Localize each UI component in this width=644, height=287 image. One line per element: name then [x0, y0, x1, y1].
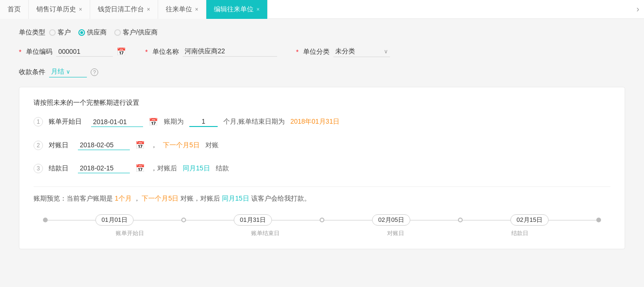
- row-label-3: 结款日: [49, 164, 68, 173]
- row3-suffix-before: ，对账后: [151, 164, 177, 173]
- payment-terms-field: 收款条件 月结 ∨ ?: [19, 67, 98, 77]
- tl-badge-2: 02月05日: [372, 214, 410, 226]
- date-input-3[interactable]: [78, 163, 130, 173]
- radio-customer-circle: [49, 29, 56, 36]
- tl-label-0: 账单开始日: [116, 229, 144, 237]
- unit-code-icon[interactable]: 📅: [117, 47, 126, 56]
- unit-code-required: *: [19, 48, 21, 56]
- unit-type-label: 单位类型: [19, 28, 45, 37]
- tl-label-2: 对账日: [387, 229, 404, 237]
- payment-terms-value: 月结: [51, 68, 64, 76]
- tl-date-3: 02月15日: [510, 214, 549, 226]
- unit-category-field: * 单位分类 未分类 ∨: [296, 46, 390, 57]
- radio-both-label: 客户/供应商: [123, 28, 158, 37]
- unit-type-row: 单位类型 客户 供应商 客户/供应商: [19, 28, 625, 37]
- tab-edit-partner[interactable]: 编辑往来单位 ×: [206, 0, 268, 19]
- unit-name-label: 单位名称: [153, 48, 179, 56]
- tl-label-node-1: 账单结束日: [251, 229, 280, 237]
- tl-label-node-0: 账单开始日: [116, 229, 144, 237]
- radio-supplier-label: 供应商: [87, 28, 107, 37]
- period-input[interactable]: [189, 117, 218, 127]
- row-num-2: 2: [34, 141, 43, 150]
- tl-line-6: [410, 220, 458, 220]
- payment-terms-select[interactable]: 月结 ∨: [49, 67, 87, 77]
- unit-category-required: *: [296, 48, 298, 56]
- timeline-labels: 账单开始日 账单结束日 对账日 结款日: [43, 229, 601, 237]
- preview-suffix: 该客户会给我打款。: [251, 194, 311, 202]
- tl-date-2: 02月05日: [372, 214, 410, 226]
- radio-customer[interactable]: 客户: [49, 28, 71, 37]
- cal-icon-1[interactable]: 📅: [149, 118, 158, 127]
- tab-partner-close[interactable]: ×: [195, 6, 198, 13]
- tab-sales-history[interactable]: 销售订单历史 ×: [29, 0, 90, 19]
- row3-highlight: 同月15日: [183, 164, 210, 173]
- tabs-bar: 首页 销售订单历史 × 钱货日清工作台 × 往来单位 × 编辑往来单位 × ›: [0, 0, 644, 19]
- row-label-2: 对账日: [49, 141, 68, 150]
- unit-category-label: 单位分类: [303, 48, 330, 56]
- preview-part1: 1个月: [115, 194, 132, 202]
- row-num-1: 1: [34, 117, 43, 127]
- date-input-1[interactable]: [91, 117, 143, 127]
- payment-terms-arrow: ∨: [66, 68, 70, 75]
- row3-suffix-after: 结款: [216, 164, 229, 173]
- tl-node-1: [181, 218, 186, 222]
- preview-text: 账期预览：当前客户账期是 1个月 ， 下一个月5日 对账，对账后 同月15日 该…: [34, 194, 610, 203]
- preview-label: 账期预览：当前客户账期是: [34, 194, 113, 202]
- unit-name-input[interactable]: [183, 47, 277, 57]
- radio-supplier[interactable]: 供应商: [78, 28, 107, 37]
- tl-line-5: [324, 220, 372, 220]
- tl-label-node-2: 对账日: [387, 229, 404, 237]
- setting-box: 请按照未来的一个完整帐期进行设置 1 账单开始日 📅 账期为 个月,账单结束日期…: [19, 87, 625, 249]
- tl-dot-2: [320, 218, 324, 222]
- payment-terms-row: 收款条件 月结 ∨ ?: [19, 67, 625, 77]
- tab-edit-partner-close[interactable]: ×: [256, 6, 260, 13]
- tl-line-7: [463, 220, 510, 220]
- tab-partner[interactable]: 往来单位 ×: [158, 0, 206, 19]
- period-suffix: 个月,账单结束日期为: [223, 118, 285, 126]
- tl-dot-1: [181, 218, 186, 222]
- unit-code-label: 单位编码: [26, 48, 52, 56]
- cal-icon-2[interactable]: 📅: [136, 141, 145, 150]
- radio-both[interactable]: 客户/供应商: [114, 28, 158, 37]
- payment-terms-help[interactable]: ?: [91, 68, 98, 76]
- radio-customer-label: 客户: [58, 28, 71, 37]
- timeline-container: 01月01日 01月31日 02月05日: [34, 214, 610, 237]
- tab-cash-work[interactable]: 钱货日清工作台 ×: [90, 0, 158, 19]
- preview-sep2: 对账，对账后: [180, 194, 222, 202]
- tl-badge-0: 01月01日: [95, 214, 134, 226]
- payment-terms-label: 收款条件: [19, 68, 45, 76]
- timeline-top: 01月01日 01月31日 02月05日: [43, 214, 601, 226]
- tl-label-3: 结款日: [511, 229, 528, 237]
- tab-sales-history-close[interactable]: ×: [79, 6, 82, 13]
- tl-dot-0: [43, 218, 48, 222]
- setting-box-title: 请按照未来的一个完整帐期进行设置: [34, 99, 610, 107]
- tl-node-2: [320, 218, 324, 222]
- period-label: 账期为: [164, 118, 184, 126]
- tab-partner-label: 往来单位: [166, 5, 192, 14]
- tabs-scroll-right[interactable]: ›: [632, 4, 644, 14]
- row-num-3: 3: [34, 164, 43, 173]
- cal-icon-3[interactable]: 📅: [136, 164, 145, 173]
- tl-line-3: [186, 220, 234, 220]
- setting-row-2: 2 对账日 📅 ， 下一个月5日 对账: [34, 140, 610, 150]
- tl-badge-3: 02月15日: [510, 214, 549, 226]
- unit-category-dropdown[interactable]: 未分类 ∨: [333, 46, 390, 57]
- setting-row-3: 3 结款日 📅 ，对账后 同月15日 结款: [34, 163, 610, 173]
- preview-part3: 同月15日: [222, 194, 249, 202]
- unit-code-input[interactable]: [56, 47, 113, 57]
- tl-node-end: [596, 218, 601, 222]
- unit-category-arrow: ∨: [384, 48, 388, 55]
- unit-name-required: *: [145, 48, 147, 56]
- unit-code-field: * 单位编码 📅: [19, 47, 126, 57]
- row-label-1: 账单开始日: [49, 118, 82, 126]
- code-name-category-row: * 单位编码 📅 * 单位名称 * 单位分类 未分类 ∨: [19, 46, 625, 57]
- tab-cash-work-close[interactable]: ×: [147, 6, 150, 13]
- radio-supplier-circle: [78, 29, 85, 36]
- radio-both-circle: [114, 29, 121, 36]
- tl-node-3: [458, 218, 463, 222]
- tl-node-0: [43, 218, 48, 222]
- tl-date-1: 01月31日: [234, 214, 272, 226]
- tab-home[interactable]: 首页: [0, 0, 29, 19]
- tab-home-label: 首页: [8, 5, 21, 14]
- date-input-2[interactable]: [78, 140, 130, 150]
